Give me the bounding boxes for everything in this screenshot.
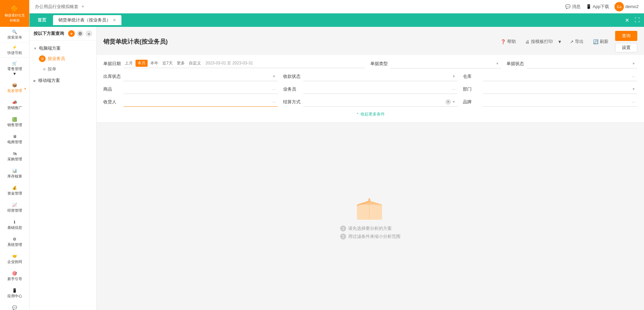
tab-close-all-btn[interactable]: ✕ <box>624 16 631 25</box>
settings-btn[interactable]: 设置 <box>615 43 637 52</box>
message-btn[interactable]: 💬 消息 <box>565 4 581 10</box>
logo-text: 畅捷通好生意标账版 <box>5 13 25 22</box>
sidebar-item-basic[interactable]: ℹ 基础信息 <box>0 216 29 234</box>
sidebar-search-label: 搜索菜单 <box>2 35 27 40</box>
apps-icon: 📱 <box>12 288 17 293</box>
collapse-conditions-btn[interactable]: ⌃ 收起更多条件 <box>103 110 637 118</box>
settings-scheme-btn[interactable]: ⚙ <box>77 30 84 37</box>
doctype-control[interactable]: ▼ <box>390 59 501 68</box>
tab-expand-btn[interactable]: ⛶ <box>633 16 641 24</box>
doctype-label: 单据类型 <box>370 61 388 67</box>
filter-docstatus-item: 单据状态 ▼ <box>506 59 637 68</box>
breadcrumb[interactable]: 办公用品行业模拟账套 <box>35 4 78 10</box>
print-dropdown-btn[interactable]: ▼ <box>556 38 563 46</box>
date-tag-lastmonth[interactable]: 上月 <box>123 60 134 67</box>
sidebar-item-apps[interactable]: 📱 应用中心 <box>0 285 29 302</box>
scheme-order-label: 按单 <box>48 66 56 72</box>
sidebar-item-finance[interactable]: 💰 资金管理 <box>0 182 29 199</box>
sidebar-item-system[interactable]: ⚙ 系统管理 <box>0 234 29 251</box>
query-btn[interactable]: 查询 <box>615 31 637 41</box>
scheme-group-mobile-title[interactable]: ▶ 移动端方案 <box>30 75 96 86</box>
salesperson-control[interactable]: ··· <box>303 85 458 94</box>
user-name: demo2 <box>625 4 639 9</box>
receiver-label: 收货人 <box>103 99 121 105</box>
sidebar-item-wechat[interactable]: 💬 企业微信 <box>0 302 29 310</box>
date-filter-control[interactable]: 上月 本月 本年 近7天 更多 自定义 2023-03-01 至 2023-03… <box>123 60 365 68</box>
dept-control[interactable]: ▼ <box>483 85 637 94</box>
hint-num-1: 1 <box>340 225 346 231</box>
print-btn[interactable]: 🖨 按模板打印 <box>523 37 555 46</box>
sales-icon: 💹 <box>12 117 17 122</box>
chevron-right-icon: ▶ <box>34 79 36 83</box>
sidebar-item-retail[interactable]: 🛒 零售管理 <box>0 58 29 80</box>
sidebar-finance-label: 资金管理 <box>1 191 28 196</box>
left-panel-body: ▼ 电脑端方案 业 按业务员 ≡ 按单 ▶ 移 <box>30 41 96 90</box>
sidebar-item-marketing[interactable]: 📣 营销推广 <box>0 97 29 114</box>
export-btn[interactable]: ↗ 导出 <box>567 37 586 46</box>
sidebar-item-search[interactable]: 🔍 搜索菜单 <box>0 27 29 43</box>
help-label: 帮助 <box>507 39 516 45</box>
avatar-text: Ea <box>617 5 622 9</box>
user-profile[interactable]: Ea demo2 <box>614 2 639 11</box>
settlement-clear-btn[interactable]: × <box>445 99 451 105</box>
outstatus-control[interactable]: ▼ <box>123 72 278 81</box>
search-icon: 🔍 <box>12 30 17 34</box>
scheme-group-mobile: ▶ 移动端方案 <box>30 75 96 86</box>
date-tag-more[interactable]: 更多 <box>175 60 186 67</box>
help-btn[interactable]: ❓ 帮助 <box>498 37 519 46</box>
receiptstatus-control[interactable]: ▼ <box>303 72 458 81</box>
empty-hint-1: 1 请先选择要分析的方案 <box>340 225 400 231</box>
app-download-btn[interactable]: 📱 App下载 <box>586 4 609 10</box>
brand-control[interactable]: ··· <box>483 97 637 107</box>
tab-home[interactable]: 首页 <box>32 15 52 25</box>
sidebar-item-purchase[interactable]: 🛍 采购管理 <box>0 148 29 165</box>
sidebar-item-sales[interactable]: 💹 销售管理 <box>0 114 29 131</box>
date-tag-7days[interactable]: 近7天 <box>161 60 174 67</box>
add-scheme-btn[interactable]: + <box>68 30 75 37</box>
collapse-icon: « <box>88 31 90 36</box>
refresh-btn[interactable]: 🔄 刷新 <box>590 37 611 46</box>
docstatus-arrow-icon: ▼ <box>632 62 635 65</box>
date-tag-thismonth[interactable]: 本月 <box>136 60 148 67</box>
quicknav-icon: ⚡ <box>12 45 17 50</box>
system-icon: ⚙ <box>13 237 16 242</box>
sidebar-item-wholesale[interactable]: 📦 批发管理 <box>0 80 29 97</box>
scheme-item-by-salesperson[interactable]: 业 按业务员 <box>30 53 96 64</box>
purchase-icon: 🛍 <box>13 151 17 156</box>
scheme-group-desktop-title[interactable]: ▼ 电脑端方案 <box>30 43 96 53</box>
sidebar-item-quicknav[interactable]: ⚡ 快捷导航 <box>0 43 29 58</box>
goods-control[interactable]: ··· <box>123 85 278 94</box>
message-label: 消息 <box>572 4 581 10</box>
date-tag-custom[interactable]: 自定义 <box>187 60 202 67</box>
receiver-control[interactable]: ··· <box>123 97 278 107</box>
scheme-item-by-order[interactable]: ≡ 按单 <box>30 64 96 74</box>
corp-icon: 🤝 <box>12 254 17 259</box>
sidebar-item-inventory[interactable]: 📊 库存核算 <box>0 165 29 182</box>
scheme-salesperson-icon: 业 <box>39 55 46 62</box>
tab-close-icon[interactable]: ✕ <box>113 18 116 22</box>
date-range-text: 2023-03-01 至 2023-03-31 <box>206 60 253 66</box>
tab-sales-stat-label: 销货单统计表（按业务员） <box>58 17 111 23</box>
settlement-control[interactable]: × ▼ <box>303 97 458 107</box>
date-tag-thisyear[interactable]: 本年 <box>149 60 160 67</box>
app-logo[interactable]: 🔶 畅捷通好生意标账版 <box>0 0 29 27</box>
empty-hints: 1 请先选择要分析的方案 2 用过滤条件来缩小分析范围 <box>340 225 400 242</box>
sidebar-retail-label: 零售管理 <box>1 66 28 71</box>
sidebar-purchase-label: 采购管理 <box>1 157 28 162</box>
sidebar-item-ecom[interactable]: 🖥 电商管理 <box>0 131 29 148</box>
sidebar-item-ops[interactable]: 📈 经营管理 <box>0 199 29 216</box>
export-label: 导出 <box>575 39 584 45</box>
marketing-icon: 📣 <box>12 100 17 105</box>
print-label: 按模板打印 <box>531 39 553 45</box>
sidebar-item-newbie[interactable]: 🎯 新手引导 <box>0 268 29 285</box>
brand-dots-icon: ··· <box>632 100 635 104</box>
scheme-order-icon: ≡ <box>43 66 46 72</box>
docstatus-control[interactable]: ▼ <box>527 59 637 68</box>
sidebar-newbie-label: 新手引导 <box>1 276 28 281</box>
collapse-panel-btn[interactable]: « <box>86 30 92 37</box>
warehouse-control[interactable]: ··· <box>483 72 637 81</box>
filter-row-1: 单据日期 上月 本月 本年 近7天 更多 自定义 2023-03-01 至 20… <box>103 59 637 68</box>
scheme-salesperson-label: 按业务员 <box>48 56 65 62</box>
tab-sales-stat[interactable]: 销货单统计表（按业务员） ✕ <box>53 15 121 25</box>
sidebar-item-corp[interactable]: 🤝 企业协同 <box>0 251 29 268</box>
